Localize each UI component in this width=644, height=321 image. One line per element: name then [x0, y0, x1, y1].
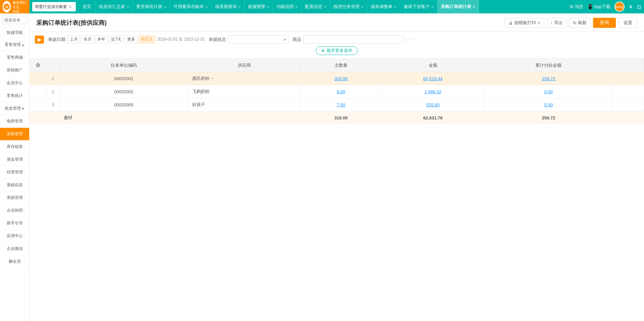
shortcut-7days[interactable]: 近7天: [109, 36, 124, 43]
sidebar-item-inventory[interactable]: 库存核算: [0, 141, 29, 153]
tab-goods-summary[interactable]: 要货单统计表✕: [133, 0, 170, 13]
sidebar-search-area: [0, 13, 29, 27]
status-select[interactable]: [228, 35, 288, 44]
sidebar-item-member-center[interactable]: 会员中心: [0, 77, 29, 90]
row-amount-cell: 1,586.52: [381, 85, 485, 98]
sidebar-item-wholesale-mgmt[interactable]: 批发管理 ▼: [0, 102, 29, 115]
tab-config-info[interactable]: 配置信息✕: [302, 0, 330, 13]
qty-link[interactable]: 303.00: [334, 76, 348, 81]
shortcut-this-year[interactable]: 本年: [95, 36, 108, 43]
sidebar-item-marketing[interactable]: 营销推广: [0, 64, 29, 77]
tab-invite-customer[interactable]: 邀请下游客户✕: [400, 0, 437, 13]
footer-settings-cell: [30, 111, 46, 124]
sidebar-item-new-guide[interactable]: 新手引导: [0, 217, 29, 230]
row-paid-cell: 259.72: [484, 72, 612, 85]
shortcut-last-month[interactable]: 上月: [67, 36, 80, 43]
close-icon[interactable]: ✕: [324, 5, 326, 9]
close-icon[interactable]: ✕: [267, 5, 269, 9]
tab-collect-pay[interactable]: 收发存汇总表✕: [96, 0, 133, 13]
chevron-down-icon: ▲: [21, 43, 24, 47]
refresh-btn[interactable]: ↻ 刷新: [569, 18, 590, 28]
row-supplier-cell: 飞鹤奶粉: [188, 85, 301, 98]
export-btn[interactable]: ↑ 导出: [547, 18, 567, 28]
search-input[interactable]: [2, 16, 27, 24]
sidebar-item-retail-mgmt[interactable]: 零售管理 ▲: [0, 39, 29, 51]
date-shortcuts: 上月 本月 本年 近7天 更多 自定义: [67, 36, 155, 43]
print-btn[interactable]: 🖨 按模板打印 ▼: [505, 18, 544, 28]
message-btn[interactable]: ✉ 消息: [570, 4, 583, 10]
top-nav-tabs: 首页 收发存汇总表✕ 要货单统计表✕ 可用量库存账本✕ 保质期查询✕ 超储预警✕…: [78, 0, 570, 13]
tab-pick-task[interactable]: 拣货任务管理✕: [330, 0, 367, 13]
expand-more-btn[interactable]: ▼ 展开更多条件: [316, 46, 358, 55]
close-icon[interactable]: ✕: [361, 5, 364, 9]
filter-toggle-btn[interactable]: ▶: [35, 36, 44, 44]
tab-cost-adjust[interactable]: 成本调整单✕: [367, 0, 400, 13]
footer-paid-cell: 259.72: [484, 111, 612, 124]
sidebar-item-retail-stats[interactable]: 零售统计: [0, 90, 29, 102]
amount-link[interactable]: 525.80: [426, 102, 440, 107]
qty-link[interactable]: 6.00: [337, 89, 345, 94]
close-icon[interactable]: ✕: [164, 5, 166, 9]
sidebar: 快捷导航 零售管理 ▲ 零售商城 营销推广 会员中心 零售统计 批发管理 ▼ 电…: [0, 13, 30, 321]
filter-row: ▶ 单据日期 上月 本月 本年 近7天 更多 自定义 2016-01-01 至 …: [35, 35, 639, 44]
maximize-window-btn[interactable]: ⊡: [637, 4, 641, 10]
tab-available-stock[interactable]: 可用量库存账本✕: [170, 0, 212, 13]
row-qty-cell: 6.00: [301, 85, 381, 98]
sidebar-item-operations[interactable]: 经营管理: [0, 166, 29, 179]
shortcut-more[interactable]: 更多: [125, 36, 138, 43]
row-settings-cell: [30, 72, 46, 85]
status-filter-group: 单据状态 ▼: [209, 35, 288, 44]
sidebar-item-basic-info[interactable]: 基础信息: [0, 179, 29, 192]
status-label: 单据状态: [209, 37, 226, 43]
close-icon[interactable]: ✕: [473, 5, 475, 9]
sidebar-item-finance[interactable]: 资金管理: [0, 153, 29, 166]
expand-row-icon[interactable]: ▼: [211, 77, 214, 81]
close-icon[interactable]: ✕: [394, 5, 396, 9]
close-icon[interactable]: ✕: [238, 5, 241, 9]
paid-link[interactable]: 259.72: [542, 76, 555, 81]
avatar[interactable]: demo2: [614, 2, 625, 12]
filter-area: ▶ 单据日期 上月 本月 本年 近7天 更多 自定义 2016-01-01 至 …: [30, 32, 644, 59]
settings-btn[interactable]: 设置: [619, 17, 637, 28]
amount-link[interactable]: 1,586.52: [424, 89, 441, 94]
sidebar-item-purchase-mgmt[interactable]: 采购管理: [0, 128, 29, 141]
logo-area: 好 畅捷通好生意 标版: [0, 0, 30, 13]
col-row-num: [46, 59, 60, 72]
tab-function-desc[interactable]: 功能说明✕: [273, 0, 302, 13]
paid-link[interactable]: 0.00: [544, 102, 553, 107]
footer-qty-cell: 316.00: [301, 111, 381, 124]
tab-overstock-warn[interactable]: 超储预警✕: [245, 0, 273, 13]
sidebar-item-retail-shop[interactable]: 零售商城: [0, 51, 29, 64]
shortcut-this-month[interactable]: 本月: [81, 36, 94, 43]
sidebar-item-ecommerce[interactable]: 电商管理: [0, 115, 29, 128]
qty-link[interactable]: 7.00: [337, 102, 345, 107]
sidebar-item-system-mgmt[interactable]: 系统管理: [0, 192, 29, 204]
close-window-btn[interactable]: ✕: [629, 4, 633, 10]
table-gear-icon[interactable]: ⚙: [36, 62, 40, 68]
top-right-area: ✉ 消息 📱 App下载 demo2 ✕ ⊡: [570, 2, 644, 12]
amount-link[interactable]: 60,519.44: [423, 76, 443, 81]
sidebar-item-enterprise-coop[interactable]: 企业协同: [0, 204, 29, 217]
tab-home[interactable]: 首页: [78, 0, 96, 13]
close-icon[interactable]: ✕: [431, 5, 434, 9]
tab-expiry-query[interactable]: 保质期查询✕: [212, 0, 245, 13]
query-btn[interactable]: 查询: [593, 18, 616, 28]
sidebar-item-enterprise-wechat[interactable]: 企业微信: [0, 243, 29, 255]
paid-link[interactable]: 0.00: [544, 89, 553, 94]
close-icon[interactable]: ✕: [295, 5, 298, 9]
sidebar-item-app-center[interactable]: 应用中心: [0, 230, 29, 243]
goods-more-icon[interactable]: ···: [406, 36, 413, 43]
sidebar-item-quick-nav[interactable]: 快捷导航: [0, 27, 29, 39]
col-supplier: 供应商: [188, 59, 301, 72]
tab-purchase-summary[interactable]: 采购订单统计表✕: [437, 0, 479, 13]
close-icon[interactable]: ✕: [126, 5, 129, 9]
goods-input[interactable]: [303, 35, 404, 44]
workspace-selector[interactable]: 母婴行业演示账套 ▼: [32, 2, 76, 11]
sidebar-item-vip[interactable]: 畅会员: [0, 255, 29, 268]
goods-label: 商品: [292, 37, 301, 43]
app-download-btn[interactable]: 📱 App下载: [587, 4, 610, 10]
row-qty-cell: 303.00: [301, 72, 381, 85]
date-range-text: 2016-01-01 至 2023-12-31: [157, 37, 205, 42]
row-extra-cell: [613, 85, 644, 98]
close-icon[interactable]: ✕: [205, 5, 208, 9]
